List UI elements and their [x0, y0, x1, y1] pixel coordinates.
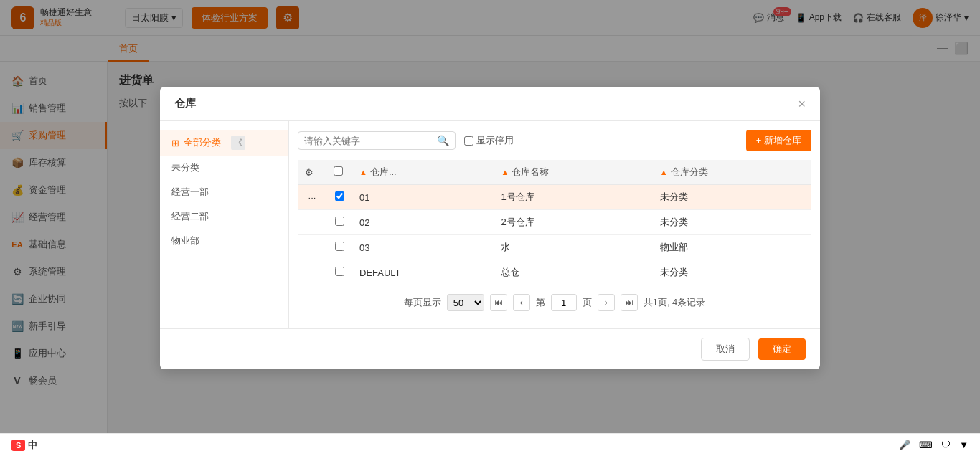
select-all-checkbox[interactable]: [334, 166, 343, 176]
bottom-bar: S 中 🎤 ⌨ 🛡 ▼: [0, 433, 980, 456]
th-category[interactable]: ▲仓库分类: [653, 160, 811, 185]
category-item-property[interactable]: 物业部: [160, 229, 288, 253]
th-code[interactable]: ▲仓库...: [352, 160, 494, 185]
table-row[interactable]: 02 2号仓库 未分类: [298, 210, 811, 235]
page-label: 第: [536, 296, 545, 309]
td-settings[interactable]: [298, 260, 326, 285]
page-suffix: 页: [583, 296, 592, 309]
warehouse-modal: 仓库 × ⊞ 全部分类 《 未分类 经营一部 经营二部 物业部: [160, 87, 820, 369]
modal-overlay: 仓库 × ⊞ 全部分类 《 未分类 经营一部 经营二部 物业部: [0, 0, 980, 456]
td-name: 2号仓库: [494, 210, 652, 235]
prev-page-btn[interactable]: ‹: [513, 294, 530, 311]
modal-footer: 取消 确定: [160, 328, 820, 369]
search-bar: 🔍 显示停用 + 新增仓库: [298, 130, 811, 151]
search-input-wrap: 🔍: [298, 131, 456, 150]
table-row[interactable]: 03 水 物业部: [298, 235, 811, 260]
th-check[interactable]: [326, 160, 352, 185]
td-settings[interactable]: [298, 210, 326, 235]
keyboard-btn[interactable]: ⌨: [919, 440, 933, 450]
search-input[interactable]: [304, 136, 434, 146]
cancel-btn[interactable]: 取消: [701, 338, 750, 361]
td-name: 总仓: [494, 260, 652, 285]
th-name[interactable]: ▲仓库名称: [494, 160, 652, 185]
new-warehouse-btn[interactable]: + 新增仓库: [746, 130, 811, 151]
category-item-dept2[interactable]: 经营二部: [160, 204, 288, 229]
table-row[interactable]: DEFAULT 总仓 未分类: [298, 260, 811, 285]
per-page-select[interactable]: 50 10 20 100: [447, 294, 484, 311]
collapse-btn[interactable]: 《: [231, 136, 245, 150]
td-settings[interactable]: ···: [298, 185, 326, 210]
category-item-dept1[interactable]: 经营一部: [160, 180, 288, 204]
last-page-btn[interactable]: ⏭: [621, 294, 638, 311]
pagination: 每页显示 50 10 20 100 ⏮ ‹ 第 页 › ⏭ 共1页, 4条记录: [298, 285, 811, 320]
warehouse-table: ⚙ ▲仓库... ▲仓库名称 ▲仓库分类 ···: [298, 160, 811, 285]
modal-title: 仓库: [174, 97, 196, 110]
first-page-btn[interactable]: ⏮: [490, 294, 507, 311]
td-category: 未分类: [653, 185, 811, 210]
td-name: 水: [494, 235, 652, 260]
show-disabled-label: 显示停用: [464, 134, 514, 147]
td-category: 物业部: [653, 235, 811, 260]
modal-header: 仓库 ×: [160, 87, 820, 121]
table-row[interactable]: ··· 01 1号仓库 未分类: [298, 185, 811, 210]
modal-close-btn[interactable]: ×: [798, 98, 806, 110]
td-category: 未分类: [653, 210, 811, 235]
td-category: 未分类: [653, 260, 811, 285]
shield-btn[interactable]: 🛡: [941, 440, 951, 450]
more-btn[interactable]: ▼: [959, 440, 969, 450]
td-settings[interactable]: [298, 235, 326, 260]
category-panel: ⊞ 全部分类 《 未分类 经营一部 经营二部 物业部: [160, 121, 289, 328]
td-check[interactable]: [326, 185, 352, 210]
per-page-label: 每页显示: [404, 296, 441, 309]
grid-icon: ⊞: [171, 138, 179, 148]
search-icon[interactable]: 🔍: [437, 135, 449, 146]
show-disabled-checkbox[interactable]: [464, 136, 473, 146]
voice-btn[interactable]: 🎤: [899, 440, 910, 450]
th-settings[interactable]: ⚙: [298, 160, 326, 185]
category-item-unclassified[interactable]: 未分类: [160, 156, 288, 180]
content-panel: 🔍 显示停用 + 新增仓库 ⚙: [289, 121, 820, 328]
td-code: DEFAULT: [352, 260, 494, 285]
table-header-row: ⚙ ▲仓库... ▲仓库名称 ▲仓库分类: [298, 160, 811, 185]
td-check[interactable]: [326, 210, 352, 235]
td-check[interactable]: [326, 235, 352, 260]
category-all[interactable]: ⊞ 全部分类 《: [160, 130, 288, 156]
modal-body: ⊞ 全部分类 《 未分类 经营一部 经营二部 物业部 🔍: [160, 121, 820, 328]
td-code: 02: [352, 210, 494, 235]
next-page-btn[interactable]: ›: [598, 294, 615, 311]
confirm-btn[interactable]: 确定: [758, 338, 806, 360]
td-code: 03: [352, 235, 494, 260]
td-check[interactable]: [326, 260, 352, 285]
page-input[interactable]: [551, 294, 577, 311]
td-code: 01: [352, 185, 494, 210]
table-container: ⚙ ▲仓库... ▲仓库名称 ▲仓库分类 ···: [298, 160, 811, 285]
total-info: 共1页, 4条记录: [644, 296, 706, 309]
td-name: 1号仓库: [494, 185, 652, 210]
